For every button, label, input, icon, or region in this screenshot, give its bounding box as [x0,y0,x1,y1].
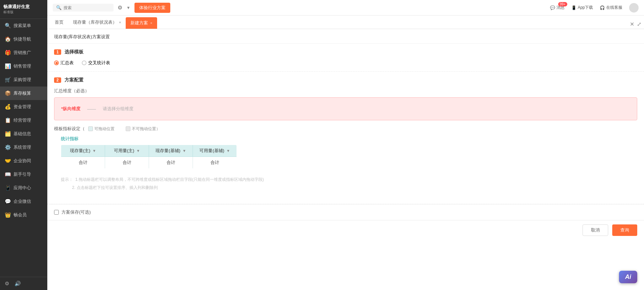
save-checkbox[interactable] [54,210,59,215]
app-name: 畅康通好生意 [3,4,44,10]
close-icon[interactable]: × [150,21,152,25]
dimension-box: *纵向维度 —— 请选择分组维度 [54,97,637,120]
money-icon: 💰 [5,104,11,110]
col-header-1[interactable]: 现存量(主) ▼ [61,145,105,157]
dropdown-arrow-icon[interactable]: ▼ [126,5,130,10]
online-service-label: 在线客服 [606,5,622,10]
online-service-btn[interactable]: 🎧 在线客服 [600,5,622,10]
sidebar-item-label: 销售管理 [14,63,31,69]
search-icon: 🔍 [5,23,11,29]
col4-dropdown-icon[interactable]: ▼ [226,149,230,153]
stats-title: 统计指标 [61,136,630,142]
col3-sub: 合计 [167,160,175,165]
tab-home[interactable]: 首页 [50,17,68,29]
cart-icon: 🛒 [5,77,11,83]
step1-badge: 1 [54,49,61,55]
search-box[interactable]: 🔍 [53,4,114,11]
tab-inventory-status[interactable]: 现存量（库存状况表） × [68,17,126,29]
col2-cell: 合计 [105,157,149,169]
step1-title: 1 选择模板 [54,49,637,55]
expand-icon[interactable]: ⤢ [637,21,641,27]
sidebar-item-apps[interactable]: 📱 应用中心 [0,181,47,195]
sidebar-item-wechat[interactable]: 💬 企业微信 [0,195,47,208]
step2-badge: 2 [54,77,61,83]
radio-cross-circle [82,61,86,65]
col-header-3[interactable]: 现存量(基辅) ▼ [149,145,193,157]
sidebar-item-purchase[interactable]: 🛒 采购管理 [0,73,47,87]
col-header-4[interactable]: 可用量(基辅) ▼ [193,145,237,157]
sidebar-item-guide[interactable]: 📖 新手引导 [0,168,47,181]
legend-draggable-box [88,126,93,131]
chat-icon: 💬 [5,198,11,204]
sidebar-item-operations[interactable]: 📋 经营管理 [0,114,47,127]
radio-summary[interactable]: 汇总表 [54,60,74,66]
step1-section: 1 选择模板 汇总表 交叉统计表 [47,44,644,72]
legend-fixed: 不可拖动位置） [126,126,160,132]
step1-label: 选择模板 [65,49,83,55]
crown-icon: 👑 [5,212,11,218]
col3-dropdown-icon[interactable]: ▼ [182,149,186,153]
template-radio-group: 汇总表 交叉统计表 [54,60,637,66]
dim-placeholder[interactable]: 请选择分组维度 [103,106,133,112]
sidebar-item-shortcut[interactable]: 🏠 快捷导航 [0,32,47,46]
sidebar-item-label: 资金管理 [14,104,31,110]
cancel-button[interactable]: 取消 [583,224,608,236]
col1-sub: 合计 [79,160,88,165]
step2-section: 2 方案配置 汇总维度（必选） *纵向维度 —— 请选择分组维度 模板指标设定（ [47,72,644,204]
col2-label: 可用量(主) [114,148,134,154]
sidebar-logo: 畅康通好生意 标准版 [0,0,47,19]
app-download-label: App下载 [578,5,593,10]
stats-section: 统计指标 现存量(主) ▼ [54,136,637,172]
col1-dropdown-icon[interactable]: ▼ [92,149,96,153]
search-icon: 🔍 [56,5,61,10]
topbar-right: 💬 消息 99+ 📱 App下载 🎧 在线客服 [550,3,639,13]
content-area: 现存量(库存状况表)方案设置 1 选择模板 汇总表 交叉统计表 [47,29,644,290]
sidebar-item-basic[interactable]: 🗂️ 基础信息 [0,127,47,141]
app-download-btn[interactable]: 📱 App下载 [571,5,593,10]
sidebar-nav: 🔍 搜索菜单 🏠 快捷导航 🎁 营销推广 📊 销售管理 🛒 采购管理 📦 库存核… [0,19,47,277]
sidebar-item-label: 快捷导航 [14,36,31,42]
search-input[interactable] [64,5,107,10]
gear-icon[interactable]: ⚙ [118,4,122,11]
step2-title: 2 方案配置 [54,77,637,83]
handshake-icon: 🤝 [5,158,11,164]
chart-icon: 📊 [5,63,11,69]
sidebar-item-label: 畅会员 [14,212,27,218]
save-label: 方案保存(可选) [61,209,91,215]
ai-button[interactable]: Ai [619,271,637,283]
sidebar: 畅康通好生意 标准版 🔍 搜索菜单 🏠 快捷导航 🎁 营销推广 📊 销售管理 🛒… [0,0,47,290]
sidebar-item-agreement[interactable]: 🤝 企业协同 [0,154,47,168]
legend-separator [118,126,122,132]
sidebar-item-search[interactable]: 🔍 搜索菜单 [0,19,47,32]
message-icon: 💬 [550,5,555,10]
sidebar-item-finance[interactable]: 💰 资金管理 [0,100,47,114]
query-button[interactable]: 查询 [612,224,637,236]
col-header-2[interactable]: 可用量(主) ▼ [105,145,149,157]
tips-section: 提示： 1.拖动标题栏可以调整布局，不可跨维度或指标区域拖动栏目字段(只能在同一… [54,172,637,198]
message-badge: 99+ [558,2,567,6]
book-icon: 📖 [5,171,11,177]
sidebar-item-sales[interactable]: 📊 销售管理 [0,59,47,73]
sidebar-item-inventory[interactable]: 📦 库存核算 [0,87,47,100]
sidebar-item-marketing[interactable]: 🎁 营销推广 [0,46,47,59]
settings-icon[interactable]: ⚙ [5,281,9,287]
radio-summary-circle [54,61,59,65]
tab-new-scheme[interactable]: 新建方案 × [126,17,157,29]
page-container: 现存量(库存状况表)方案设置 1 选择模板 汇总表 交叉统计表 [47,29,644,290]
legend-fixed-label: 不可拖动位置） [132,126,160,132]
gift-icon: 🎁 [5,50,11,56]
radio-cross[interactable]: 交叉统计表 [82,60,110,66]
message-btn[interactable]: 💬 消息 99+ [550,5,565,10]
sidebar-item-member[interactable]: 👑 畅会员 [0,208,47,222]
app-version: 标准版 [3,10,44,15]
close-window-icon[interactable]: ✕ [630,21,634,27]
user-area[interactable] [629,3,639,13]
folder-icon: 🗂️ [5,131,11,137]
page-header: 现存量(库存状况表)方案设置 [47,29,644,44]
sidebar-item-system[interactable]: ⚙️ 系统管理 [0,141,47,154]
speaker-icon[interactable]: 🔊 [15,281,21,287]
template-config-row: 模板指标设定（ 可拖动位置 不可拖动位置） [54,126,637,132]
col2-dropdown-icon[interactable]: ▼ [136,149,140,153]
close-icon[interactable]: × [119,20,121,24]
industry-btn[interactable]: 体验行业方案 [134,3,170,13]
